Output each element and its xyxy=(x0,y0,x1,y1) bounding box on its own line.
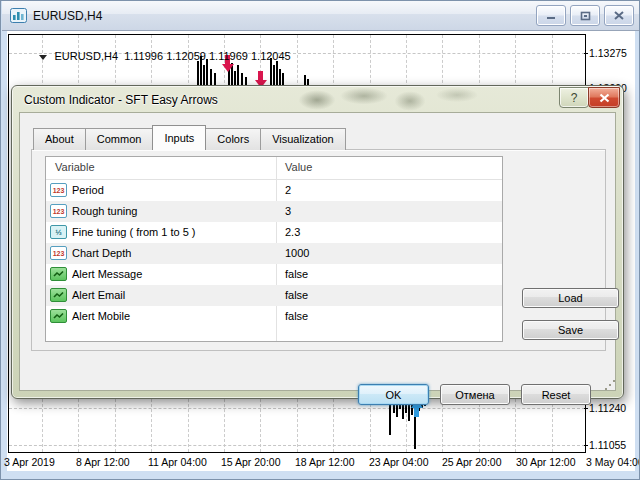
dialog-help-button[interactable]: ? xyxy=(559,87,589,108)
time-axis-label: 3 May 04:00 xyxy=(586,456,640,468)
resize-grip[interactable] xyxy=(609,384,611,386)
param-name: Alert Email xyxy=(72,289,125,301)
restore-button[interactable] xyxy=(570,5,600,26)
double-icon: ½ xyxy=(50,225,67,239)
param-value[interactable]: false xyxy=(285,289,308,301)
param-value[interactable]: false xyxy=(285,268,308,280)
table-row[interactable]: 123Chart Depth1000 xyxy=(46,243,502,264)
integer-icon: 123 xyxy=(50,204,67,218)
time-axis-label: 18 Apr 12:00 xyxy=(295,456,355,468)
integer-icon: 123 xyxy=(50,246,67,260)
window-title: EURUSD,H4 xyxy=(33,9,102,23)
param-value[interactable]: 3 xyxy=(285,205,291,217)
load-button[interactable]: Load xyxy=(522,288,619,308)
bool-icon xyxy=(50,267,67,281)
close-icon xyxy=(614,11,624,20)
column-header-variable: Variable xyxy=(55,161,95,173)
window-titlebar[interactable]: EURUSD,H4 xyxy=(2,1,640,31)
ohlc-bar xyxy=(304,75,306,85)
help-icon: ? xyxy=(571,91,578,105)
close-icon xyxy=(599,93,610,103)
param-value[interactable]: 2.3 xyxy=(285,226,300,238)
param-value[interactable]: 1000 xyxy=(285,247,309,259)
dialog-close-button[interactable] xyxy=(588,87,620,108)
table-row[interactable]: Alert Mobilefalse xyxy=(46,306,502,327)
price-axis-label: 1.11055 xyxy=(589,439,626,451)
grid-line-horizontal xyxy=(9,445,585,446)
ohlc-bar xyxy=(241,73,243,85)
custom-indicator-dialog: Custom Indicator - SFT Easy Arrows ? Abo… xyxy=(11,85,624,399)
param-name: Rough tuning xyxy=(72,205,137,217)
tab-colors[interactable]: Colors xyxy=(205,128,261,150)
param-name: Alert Message xyxy=(72,268,142,280)
time-axis-label: 11 Apr 04:00 xyxy=(148,456,207,468)
quote-text: EURUSD,H4 1.11996 1.12059 1.11969 1.1204… xyxy=(54,50,290,62)
time-axis-label: 25 Apr 20:00 xyxy=(442,456,502,468)
param-name: Fine tuning ( from 1 to 5 ) xyxy=(72,226,196,238)
minimize-button[interactable] xyxy=(536,5,566,26)
table-row[interactable]: 123Period2 xyxy=(46,180,502,201)
tab-inputs[interactable]: Inputs xyxy=(152,125,206,150)
table-row[interactable]: Alert Emailfalse xyxy=(46,285,502,306)
dialog-title: Custom Indicator - SFT Easy Arrows xyxy=(24,93,218,107)
table-row[interactable]: Alert Messagefalse xyxy=(46,264,502,285)
arrow-stem xyxy=(414,408,419,417)
integer-icon: 123 xyxy=(50,183,67,197)
ok-button[interactable]: OK xyxy=(358,384,429,405)
param-name: Chart Depth xyxy=(72,247,131,259)
ohlc-bar xyxy=(214,73,216,85)
reset-button[interactable]: Reset xyxy=(521,384,591,405)
time-axis-label: 15 Apr 20:00 xyxy=(221,456,281,468)
param-name: Period xyxy=(72,184,104,196)
ohlc-bar xyxy=(282,73,284,85)
bool-icon xyxy=(50,288,67,302)
column-header-value: Value xyxy=(285,161,312,173)
dialog-tab-strip: AboutCommonInputsColorsVisualization xyxy=(33,126,345,150)
time-axis-label: 23 Apr 04:00 xyxy=(369,456,429,468)
table-row[interactable]: 123Rough tuning3 xyxy=(46,201,502,222)
time-axis-label: 8 Apr 12:00 xyxy=(76,456,130,468)
table-row[interactable]: ½Fine tuning ( from 1 to 5 )2.3 xyxy=(46,222,502,243)
inputs-tab-page: Variable Value 123Period2123Rough tuning… xyxy=(31,149,606,351)
parameters-table[interactable]: Variable Value 123Period2123Rough tuning… xyxy=(45,156,503,342)
symbol-dropdown-icon[interactable] xyxy=(39,55,47,60)
table-header: Variable Value xyxy=(46,157,502,180)
grid-line-horizontal xyxy=(9,408,585,409)
time-axis-label: 3 Apr 2019 xyxy=(4,456,55,468)
price-axis-label: 1.13275 xyxy=(589,47,627,59)
price-axis-label: 1.11240 xyxy=(589,402,626,414)
ohlc-bar xyxy=(245,77,247,85)
param-name: Alert Mobile xyxy=(72,310,130,322)
close-window-button[interactable] xyxy=(604,5,634,26)
save-button[interactable]: Save xyxy=(522,320,619,340)
tab-visualization[interactable]: Visualization xyxy=(260,128,346,150)
chart-quote-header: EURUSD,H4 1.11996 1.12059 1.11969 1.1204… xyxy=(15,38,291,74)
time-axis-label: 30 Apr 12:00 xyxy=(516,456,576,468)
minimize-icon xyxy=(546,11,556,20)
bool-icon xyxy=(50,309,67,323)
param-value[interactable]: false xyxy=(285,310,308,322)
tab-about[interactable]: About xyxy=(33,128,86,150)
cancel-button[interactable]: Отмена xyxy=(440,384,510,405)
restore-icon xyxy=(580,11,591,21)
mt4-chart-window: EURUSD,H4 EURUSD,H4 1.11996 1.12059 1.11… xyxy=(0,0,640,480)
dialog-client-area: AboutCommonInputsColorsVisualization Var… xyxy=(19,112,616,391)
tab-common[interactable]: Common xyxy=(85,128,154,150)
param-value[interactable]: 2 xyxy=(285,184,291,196)
chart-window-icon xyxy=(10,8,27,23)
